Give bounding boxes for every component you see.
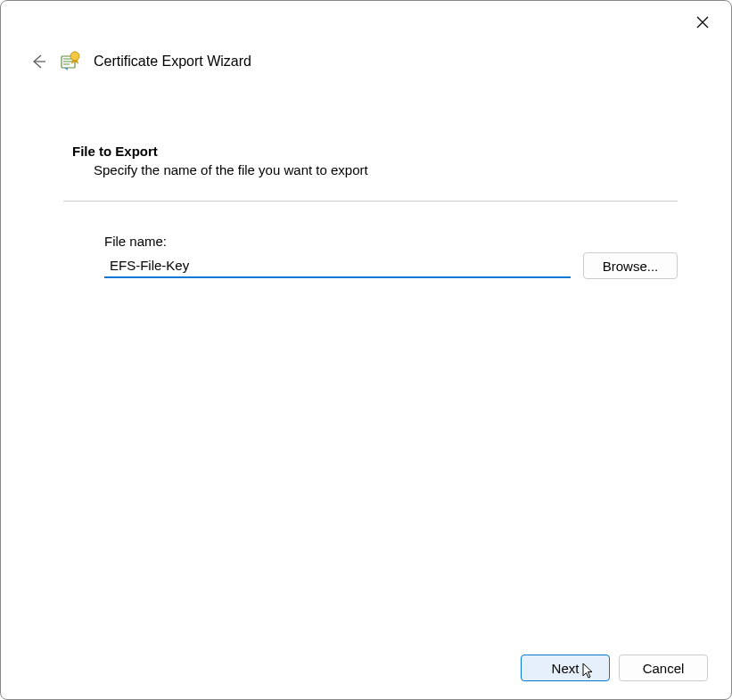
file-name-label: File name: — [104, 234, 678, 249]
browse-button[interactable]: Browse... — [583, 252, 678, 279]
section-subtitle: Specify the name of the file you want to… — [94, 162, 678, 177]
file-name-input[interactable] — [104, 253, 571, 278]
certificate-wizard-icon — [60, 51, 81, 72]
back-arrow-icon — [30, 54, 46, 70]
wizard-title: Certificate Export Wizard — [94, 54, 251, 70]
cursor-icon — [582, 663, 596, 680]
back-button[interactable] — [29, 53, 47, 70]
wizard-header: Certificate Export Wizard — [29, 51, 251, 72]
form-area: File name: Browse... — [104, 234, 678, 279]
svg-point-4 — [70, 52, 79, 61]
divider — [63, 201, 678, 202]
close-button[interactable] — [694, 13, 711, 31]
footer-buttons: Next Cancel — [521, 655, 708, 681]
wizard-window: Certificate Export Wizard File to Export… — [0, 0, 732, 700]
next-button[interactable]: Next — [521, 655, 610, 681]
next-button-label: Next — [552, 661, 580, 676]
content-area: File to Export Specify the name of the f… — [63, 144, 678, 279]
cancel-button[interactable]: Cancel — [619, 655, 708, 681]
section-title: File to Export — [72, 144, 678, 159]
file-row: Browse... — [104, 252, 678, 279]
close-icon — [696, 16, 709, 29]
